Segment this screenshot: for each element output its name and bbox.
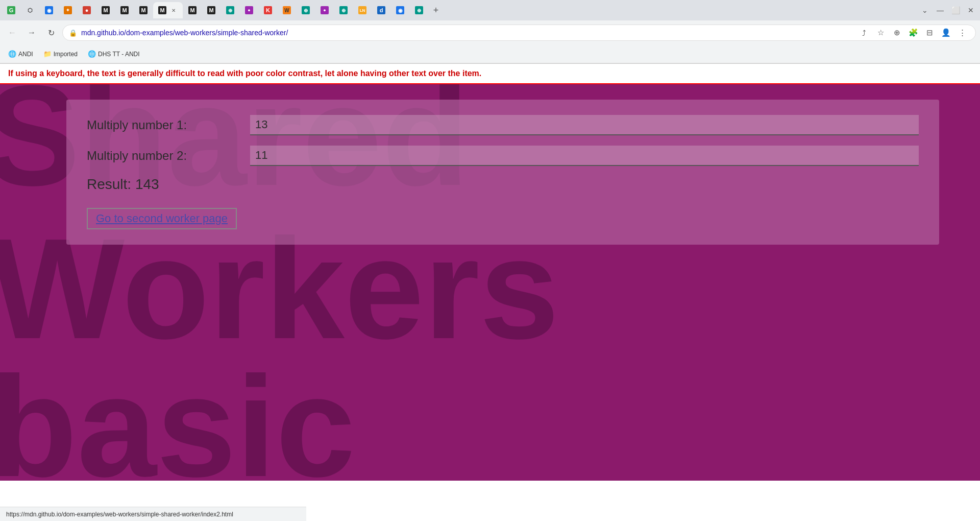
browser-chrome: G ⬡ ◉ ✦ ● M M M M ✕ M M	[0, 0, 980, 64]
tab-favicon-17: ●	[321, 6, 329, 14]
multiply-2-label: Multiply number 2:	[87, 149, 250, 163]
tab-favicon-20: d	[377, 6, 385, 14]
sidebar-icon[interactable]: ⊟	[922, 26, 937, 40]
tab-bar-controls: ⌄ — ⬜ ✕	[918, 3, 978, 17]
address-bar-row: ← → ↻ 🔒 mdn.github.io/dom-examples/web-w…	[0, 20, 980, 45]
bookmarks-bar: 🌐 ANDI 📁 Imported 🌐 DHS TT - ANDI	[0, 45, 980, 63]
tab-favicon-21: ◉	[396, 6, 404, 14]
bookmark-star-icon[interactable]: ☆	[873, 26, 888, 40]
tab-favicon-19: LN	[358, 6, 366, 14]
bookmark-globe-icon-2: 🌐	[88, 50, 96, 58]
multiply-1-row: Multiply number 1:	[87, 115, 919, 135]
second-worker-link[interactable]: Go to second worker page	[87, 208, 237, 229]
tab-favicon-2: ⬡	[26, 6, 34, 14]
tab-favicon-15: W	[283, 6, 291, 14]
bookmark-andi-label: ANDI	[18, 51, 33, 58]
reload-button[interactable]: ↻	[43, 25, 59, 41]
status-url: https://mdn.github.io/dom-examples/web-w…	[6, 511, 233, 518]
tab-close-9[interactable]: ✕	[169, 6, 178, 14]
tab-favicon-13: ●	[245, 6, 253, 14]
tab-2[interactable]: ⬡	[21, 2, 39, 18]
tab-21[interactable]: ◉	[391, 2, 409, 18]
address-bar[interactable]: 🔒 mdn.github.io/dom-examples/web-workers…	[62, 25, 976, 41]
worldwire-icon[interactable]: ⊕	[890, 26, 904, 40]
tab-list-button[interactable]: ⌄	[918, 3, 932, 17]
tab-favicon-12: ⊕	[226, 6, 234, 14]
extensions-icon[interactable]: 🧩	[906, 26, 920, 40]
tab-20[interactable]: d	[372, 2, 390, 18]
tab-15[interactable]: W	[278, 2, 296, 18]
tab-11[interactable]: M	[202, 2, 220, 18]
close-button[interactable]: ✕	[964, 3, 978, 17]
bookmark-folder-icon: 📁	[43, 50, 52, 58]
tab-6[interactable]: M	[96, 2, 115, 18]
address-right-icons: ⤴ ☆ ⊕ 🧩 ⊟ 👤 ⋮	[857, 26, 969, 40]
result-value: 143	[135, 176, 159, 192]
profile-icon[interactable]: 👤	[939, 26, 953, 40]
tab-1[interactable]: G	[2, 2, 20, 18]
tab-12[interactable]: ⊕	[221, 2, 239, 18]
tab-favicon-11: M	[207, 6, 215, 14]
bookmark-imported-label: Imported	[54, 51, 78, 58]
tab-10[interactable]: M	[183, 2, 202, 18]
address-text: mdn.github.io/dom-examples/web-workers/s…	[81, 29, 853, 37]
tab-9-active[interactable]: M ✕	[153, 2, 183, 18]
maximize-button[interactable]: ⬜	[948, 3, 963, 17]
multiply-1-input[interactable]	[250, 115, 919, 135]
page-content: Shared Workers basic Multiply number 1: …	[0, 84, 980, 481]
status-bar: https://mdn.github.io/dom-examples/web-w…	[0, 507, 306, 521]
bookmark-imported[interactable]: 📁 Imported	[39, 48, 82, 60]
tab-16[interactable]: ⊕	[297, 2, 315, 18]
bookmark-dhs[interactable]: 🌐 DHS TT - ANDI	[84, 48, 144, 60]
tab-8[interactable]: M	[134, 2, 153, 18]
bookmark-globe-icon-1: 🌐	[8, 50, 16, 58]
lock-icon: 🔒	[69, 29, 77, 37]
tab-favicon-8: M	[139, 6, 148, 14]
content-panel: Multiply number 1: Multiply number 2: Re…	[66, 100, 939, 245]
bg-text-basic: basic	[0, 355, 355, 481]
tab-favicon-3: ◉	[45, 6, 53, 14]
result-row: Result: 143	[87, 176, 919, 193]
multiply-2-input[interactable]	[250, 146, 919, 166]
tab-favicon-6: M	[102, 6, 110, 14]
bookmark-andi[interactable]: 🌐 ANDI	[4, 48, 37, 60]
share-icon[interactable]: ⤴	[857, 26, 871, 40]
notification-text: If using a keyboard, the text is general…	[8, 69, 481, 78]
tab-favicon-7: M	[120, 6, 129, 14]
multiply-1-label: Multiply number 1:	[87, 118, 250, 132]
tab-bar: G ⬡ ◉ ✦ ● M M M M ✕ M M	[0, 0, 980, 20]
menu-icon[interactable]: ⋮	[955, 26, 969, 40]
tab-3[interactable]: ◉	[40, 2, 58, 18]
tab-favicon-22: ⊕	[415, 6, 423, 14]
tab-14[interactable]: K	[259, 2, 277, 18]
tab-13[interactable]: ●	[240, 2, 258, 18]
tab-favicon-1: G	[7, 6, 15, 14]
bookmark-dhs-label: DHS TT - ANDI	[98, 51, 140, 58]
multiply-2-row: Multiply number 2:	[87, 146, 919, 166]
tab-4[interactable]: ✦	[59, 2, 77, 18]
new-tab-button[interactable]: +	[429, 3, 443, 17]
minimize-button[interactable]: —	[933, 3, 947, 17]
tab-favicon-16: ⊕	[302, 6, 310, 14]
tab-favicon-14: K	[264, 6, 272, 14]
tab-22[interactable]: ⊕	[410, 2, 428, 18]
forward-button[interactable]: →	[23, 25, 40, 41]
tab-favicon-4: ✦	[64, 6, 72, 14]
tab-favicon-18: ⊕	[339, 6, 348, 14]
tab-favicon-10: M	[188, 6, 197, 14]
notification-bar: If using a keyboard, the text is general…	[0, 64, 980, 84]
back-button[interactable]: ←	[4, 25, 20, 41]
tab-17[interactable]: ●	[315, 2, 334, 18]
tab-favicon-9: M	[158, 6, 166, 14]
tab-favicon-5: ●	[83, 6, 91, 14]
tab-5[interactable]: ●	[78, 2, 96, 18]
tab-7[interactable]: M	[115, 2, 134, 18]
tab-19[interactable]: LN	[353, 2, 372, 18]
tab-18[interactable]: ⊕	[334, 2, 353, 18]
